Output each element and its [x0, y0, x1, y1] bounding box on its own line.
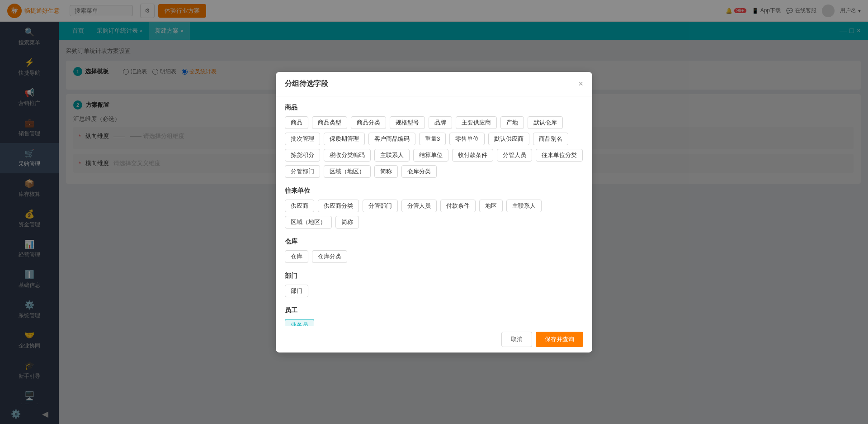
- field-tag-warehouse-cat[interactable]: 仓库分类: [312, 250, 347, 263]
- field-tag-salesperson[interactable]: 业务员: [285, 319, 314, 326]
- field-tag-region-goods[interactable]: 区域（地区）: [324, 165, 371, 178]
- field-group-department: 部门 部门: [285, 272, 583, 297]
- modal-overlay: 分组待选字段 × 商品 商品 商品类型 商品分类 规格型号 品牌 主要供应商 产…: [0, 0, 868, 424]
- field-tag-short-name[interactable]: 简称: [374, 165, 398, 178]
- warehouse-field-tags: 仓库 仓库分类: [285, 250, 583, 263]
- field-group-warehouse: 仓库 仓库 仓库分类: [285, 238, 583, 263]
- field-tag-goods-category[interactable]: 商品分类: [351, 116, 386, 129]
- field-tag-region-partner[interactable]: 区域（地区）: [285, 216, 332, 229]
- field-tag-alias[interactable]: 商品别名: [533, 133, 568, 145]
- field-tag-spec-model[interactable]: 规格型号: [390, 116, 425, 129]
- field-tag-partner-category[interactable]: 往来单位分类: [536, 149, 583, 162]
- field-tag-short-name-2[interactable]: 简称: [335, 216, 359, 229]
- field-tag-district[interactable]: 地区: [479, 200, 503, 212]
- partner-field-tags: 供应商 供应商分类 分管部门 分管人员 付款条件 地区 主联系人 区域（地区） …: [285, 200, 583, 229]
- field-tag-customer-code[interactable]: 客户商品编码: [368, 133, 415, 145]
- save-query-button[interactable]: 保存并查询: [536, 332, 583, 347]
- field-tag-default-supplier[interactable]: 默认供应商: [488, 133, 529, 145]
- department-field-tags: 部门: [285, 285, 583, 297]
- field-tag-goods-type[interactable]: 商品类型: [312, 116, 347, 129]
- field-group-partner: 往来单位 供应商 供应商分类 分管部门 分管人员 付款条件 地区 主联系人 区域…: [285, 187, 583, 229]
- employee-field-tags: 业务员: [285, 319, 583, 326]
- field-tag-supplier[interactable]: 供应商: [285, 200, 314, 212]
- field-tag-supervise-dept[interactable]: 分管部门: [285, 165, 320, 178]
- field-tag-batch-mgmt[interactable]: 批次管理: [285, 133, 320, 145]
- field-tag-main-contact[interactable]: 主联系人: [374, 149, 410, 162]
- group-title-department: 部门: [285, 272, 583, 280]
- field-tag-shelf-life[interactable]: 保质期管理: [324, 133, 365, 145]
- field-tag-pay-terms[interactable]: 付款条件: [440, 200, 476, 212]
- field-tag-warehouse-category[interactable]: 仓库分类: [401, 165, 437, 178]
- field-group-goods: 商品 商品 商品类型 商品分类 规格型号 品牌 主要供应商 产地 默认仓库 批次…: [285, 104, 583, 178]
- field-group-employee: 员工 业务员: [285, 306, 583, 326]
- modal-footer: 取消 保存并查询: [276, 326, 592, 353]
- cancel-button[interactable]: 取消: [501, 332, 532, 347]
- field-tag-main-contact-2[interactable]: 主联系人: [506, 200, 542, 212]
- field-tag-supervise-person[interactable]: 分管人员: [497, 149, 532, 162]
- modal-close-button[interactable]: ×: [578, 79, 583, 89]
- field-tag-payment-terms[interactable]: 收付款条件: [452, 149, 493, 162]
- field-tag-weight[interactable]: 重量3: [419, 133, 446, 145]
- field-tag-department[interactable]: 部门: [285, 285, 308, 297]
- field-tag-brand[interactable]: 品牌: [429, 116, 452, 129]
- field-tag-retail-unit[interactable]: 零售单位: [449, 133, 485, 145]
- field-tag-dept[interactable]: 分管部门: [363, 200, 398, 212]
- modal-header: 分组待选字段 ×: [276, 72, 592, 96]
- field-tag-person[interactable]: 分管人员: [401, 200, 437, 212]
- modal-body: 商品 商品 商品类型 商品分类 规格型号 品牌 主要供应商 产地 默认仓库 批次…: [276, 96, 592, 326]
- group-title-warehouse: 仓库: [285, 238, 583, 246]
- group-title-goods: 商品: [285, 104, 583, 112]
- field-tag-pick-score[interactable]: 拣货积分: [285, 149, 320, 162]
- field-tag-supplier-category[interactable]: 供应商分类: [318, 200, 359, 212]
- field-tag-goods[interactable]: 商品: [285, 116, 308, 129]
- field-tag-warehouse[interactable]: 仓库: [285, 250, 308, 263]
- modal-title: 分组待选字段: [285, 79, 328, 89]
- goods-field-tags: 商品 商品类型 商品分类 规格型号 品牌 主要供应商 产地 默认仓库 批次管理 …: [285, 116, 583, 178]
- field-tag-main-supplier[interactable]: 主要供应商: [456, 116, 497, 129]
- field-tag-origin[interactable]: 产地: [500, 116, 524, 129]
- field-tag-settlement-unit[interactable]: 结算单位: [413, 149, 448, 162]
- field-select-modal: 分组待选字段 × 商品 商品 商品类型 商品分类 规格型号 品牌 主要供应商 产…: [276, 72, 592, 353]
- field-tag-default-warehouse[interactable]: 默认仓库: [528, 116, 563, 129]
- group-title-partner: 往来单位: [285, 187, 583, 195]
- group-title-employee: 员工: [285, 306, 583, 314]
- field-tag-tax-code[interactable]: 税收分类编码: [324, 149, 371, 162]
